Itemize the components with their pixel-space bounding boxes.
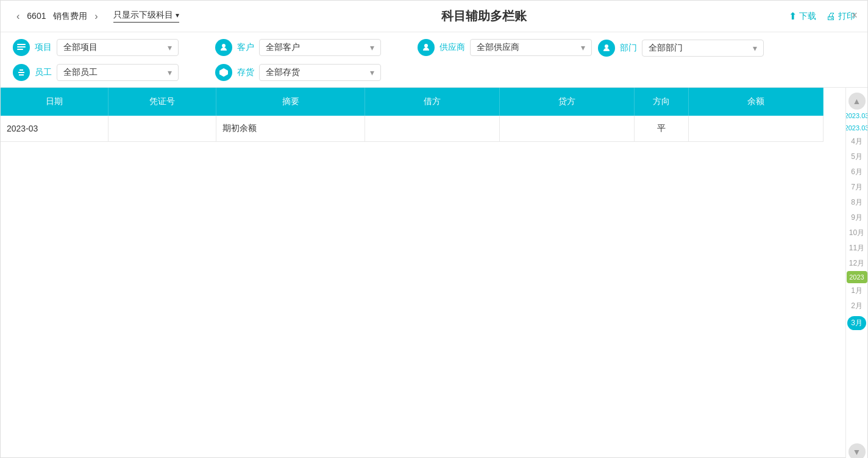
download-btn[interactable]: ⬆ 下载 <box>789 10 816 22</box>
col-date: 日期 <box>1 88 108 116</box>
timeline-item-1[interactable]: 1月 <box>846 283 867 298</box>
timeline-item-2023-03-top[interactable]: 2023.03 <box>846 110 867 122</box>
col-balance: 余额 <box>688 88 823 116</box>
timeline-item-10[interactable]: 10月 <box>846 225 867 241</box>
cell-credit <box>500 116 635 142</box>
timeline-item-11[interactable]: 11月 <box>846 241 867 256</box>
supplier-dropdown-icon: ▾ <box>581 43 585 52</box>
timeline-year-badge[interactable]: 2023 <box>847 271 867 283</box>
employee-select[interactable]: 全部员工 ▾ <box>57 64 179 81</box>
supplier-filter-row: 供应商 全部供应商 ▾ <box>418 38 592 57</box>
project-icon <box>13 39 30 56</box>
table-header-row: 日期 凭证号 摘要 借方 贷方 方向 余额 <box>1 88 824 116</box>
department-select[interactable]: 全部部门 ▾ <box>642 40 764 57</box>
svg-rect-0 <box>17 44 26 45</box>
cell-debit <box>365 116 499 142</box>
svg-rect-2 <box>17 49 23 50</box>
account-code-nav: ‹ 6601 销售费用 › <box>13 10 101 23</box>
employee-icon <box>13 64 30 81</box>
data-table: 日期 凭证号 摘要 借方 贷方 方向 余额 2023-03 期初余额 <box>1 88 824 142</box>
customer-select[interactable]: 全部客户 ▾ <box>259 39 381 56</box>
svg-point-4 <box>605 44 608 48</box>
inventory-dropdown-icon: ▾ <box>370 68 374 77</box>
table-container[interactable]: 日期 凭证号 摘要 借方 贷方 方向 余额 2023-03 期初余额 <box>1 88 824 458</box>
col-voucher: 凭证号 <box>108 88 216 116</box>
account-code-text: 6601 销售费用 <box>27 11 87 22</box>
cell-voucher <box>108 116 216 142</box>
timeline-item-12[interactable]: 12月 <box>846 256 867 271</box>
cell-direction: 平 <box>635 116 688 142</box>
department-icon <box>598 40 615 57</box>
timeline-item-4[interactable]: 4月 <box>846 134 867 149</box>
next-account-btn[interactable]: › <box>91 10 101 23</box>
supplier-select[interactable]: 全部供应商 ▾ <box>470 39 592 56</box>
show-sub-accounts-btn[interactable]: 只显示下级科目 ▾ <box>113 10 179 23</box>
col-credit: 贷方 <box>500 88 635 116</box>
timeline-down-btn[interactable]: ▼ <box>848 443 866 458</box>
col-summary: 摘要 <box>216 88 365 116</box>
page-title: 科目辅助多栏账 <box>179 8 789 24</box>
close-btn[interactable]: × <box>851 9 858 22</box>
cell-date: 2023-03 <box>1 116 108 142</box>
timeline-item-5[interactable]: 5月 <box>846 149 867 164</box>
timeline-item-2[interactable]: 2月 <box>846 298 867 314</box>
timeline-item-7[interactable]: 7月 <box>846 180 867 195</box>
project-dropdown-icon: ▾ <box>168 43 172 52</box>
svg-point-3 <box>424 44 428 48</box>
side-timeline: ▲ 2023.03 2023.03 4月 5月 6月 <box>845 88 867 458</box>
project-filter-row: 项目 全部项目 ▾ <box>13 38 179 57</box>
department-filter-row: 部门 全部部门 ▾ <box>598 40 764 57</box>
col-direction: 方向 <box>635 88 688 116</box>
timeline-item-9[interactable]: 9月 <box>846 210 867 225</box>
svg-rect-1 <box>17 46 26 48</box>
chevron-up-icon: ▲ <box>853 96 861 106</box>
top-bar: ‹ 6601 销售费用 › 只显示下级科目 ▾ 科目辅助多栏账 ⬆ 下载 🖨 打… <box>1 1 867 32</box>
timeline-item-8[interactable]: 8月 <box>846 195 867 210</box>
supplier-icon <box>418 39 435 56</box>
cell-balance <box>688 116 823 142</box>
chevron-down-icon: ▼ <box>853 447 861 457</box>
main-window: ‹ 6601 销售费用 › 只显示下级科目 ▾ 科目辅助多栏账 ⬆ 下载 🖨 打… <box>0 0 868 458</box>
inventory-select[interactable]: 全部存货 ▾ <box>259 64 381 81</box>
project-label: 项目 <box>35 42 52 53</box>
prev-account-btn[interactable]: ‹ <box>13 10 23 23</box>
department-label: 部门 <box>620 43 637 54</box>
supplier-label: 供应商 <box>439 42 465 53</box>
print-icon: 🖨 <box>826 11 836 22</box>
content-area: 日期 凭证号 摘要 借方 贷方 方向 余额 2023-03 期初余额 <box>1 88 867 458</box>
cell-summary: 期初余额 <box>216 116 365 142</box>
employee-dropdown-icon: ▾ <box>168 68 172 77</box>
employee-label: 员工 <box>35 67 52 78</box>
table-row[interactable]: 2023-03 期初余额 平 <box>1 116 824 142</box>
project-select[interactable]: 全部项目 ▾ <box>57 39 179 56</box>
col-debit: 借方 <box>365 88 499 116</box>
employee-filter-row: 员工 全部员工 ▾ <box>13 64 179 81</box>
timeline-item-3-active[interactable]: 3月 <box>846 314 867 333</box>
filter-bar: 项目 全部项目 ▾ 客户 全部客户 ▾ 供应商 全部供应商 <box>1 32 867 88</box>
toolbar-right: ⬆ 下载 🖨 打印 <box>789 10 855 22</box>
customer-icon <box>215 39 232 56</box>
customer-dropdown-icon: ▾ <box>370 43 374 52</box>
customer-filter-row: 客户 全部客户 ▾ <box>215 38 381 57</box>
timeline-up-btn[interactable]: ▲ <box>848 93 866 110</box>
inventory-filter-row: 存货 全部存货 ▾ <box>215 64 381 81</box>
timeline-item-2023-03-second[interactable]: 2023.03 <box>846 122 867 134</box>
customer-label: 客户 <box>237 42 254 53</box>
inventory-icon <box>215 64 232 81</box>
download-icon: ⬆ <box>789 10 797 22</box>
inventory-label: 存货 <box>237 67 254 78</box>
timeline-items: 2023.03 2023.03 4月 5月 6月 7月 8月 <box>846 110 867 443</box>
timeline-item-6[interactable]: 6月 <box>846 164 867 180</box>
department-dropdown-icon: ▾ <box>753 43 757 53</box>
